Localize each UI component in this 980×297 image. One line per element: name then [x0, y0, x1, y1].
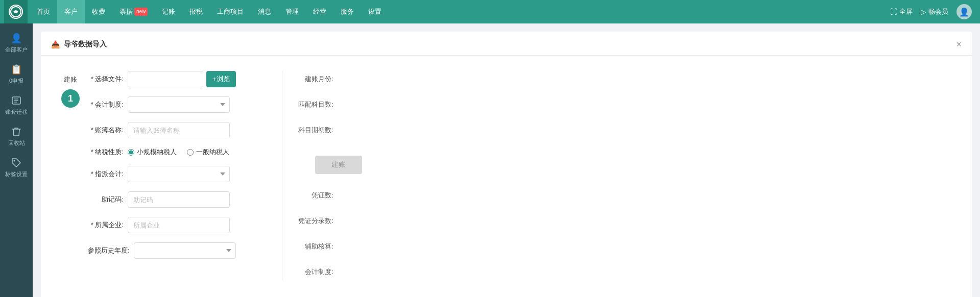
sidebar-item-all-customers[interactable]: 👤 全部客户 [0, 28, 33, 59]
assign-accountant-select[interactable] [128, 166, 230, 182]
recycle-icon [11, 126, 22, 137]
ledger-name-label: * 账簿名称: [88, 126, 124, 135]
form-fields-left: * 选择文件: +浏览 * 会计制度: [88, 71, 261, 259]
assign-accountant-label: * 指派会计: [88, 169, 124, 179]
memo-code-input[interactable] [128, 191, 230, 208]
sidebar-item-recycle[interactable]: 回收站 [0, 121, 33, 152]
reference-year-label: 参照历史年度: [88, 246, 130, 255]
content-area: 📥 导爷数据导入 × 建账 1 * 选择文 [33, 23, 980, 297]
dialog-title-icon: 📥 [51, 40, 60, 48]
reference-year-select[interactable] [134, 242, 236, 259]
declaration-icon: 📋 [11, 64, 22, 75]
nav-item-customer[interactable]: 客户 [57, 0, 85, 23]
form-body: 建账 1 * 选择文件: +浏览 [41, 56, 972, 295]
match-subjects-label: 匹配科目数: [293, 100, 333, 109]
tax-type-row: * 纳税性质: 小规模纳税人 一般纳税人 [88, 147, 261, 157]
dialog-header: 📥 导爷数据导入 × [41, 32, 972, 56]
select-file-row: * 选择文件: +浏览 [88, 71, 261, 87]
tax-type-general-input[interactable] [187, 149, 194, 156]
sidebar: 👤 全部客户 📋 0申报 账套迁移 回 [0, 23, 33, 297]
assign-accountant-row: * 指派会计: [88, 166, 261, 182]
initial-subjects-label: 科目期初数: [293, 126, 333, 135]
nav-item-ledger[interactable]: 记账 [155, 0, 182, 23]
step-badge: 1 [61, 89, 80, 108]
accounting-system-row: * 会计制度: [88, 96, 261, 113]
accounting-system-select[interactable] [128, 96, 230, 113]
match-subjects-row: 匹配科目数: [293, 96, 384, 113]
nav-item-charge[interactable]: 收费 [85, 0, 112, 23]
fullscreen-button[interactable]: ⛶ 全屏 [890, 7, 913, 16]
nav-right-actions: ⛶ 全屏 ▷ 畅会员 👤 [890, 4, 980, 19]
memo-code-label: 助记码: [88, 195, 124, 204]
voucher-count-row: 凭证数: [293, 187, 384, 204]
voucher-records-label: 凭证分录数: [293, 216, 333, 226]
auxiliary-row: 辅助核算: [293, 238, 384, 255]
accounting-system-label: * 会计制度: [88, 100, 124, 109]
voucher-count-label: 凭证数: [293, 191, 333, 200]
initial-subjects-row: 科目期初数: [293, 122, 384, 138]
ledger-name-row: * 账簿名称: [88, 122, 261, 138]
dialog-card: 📥 导爷数据导入 × 建账 1 * 选择文 [41, 32, 972, 297]
step-label: 建账 [64, 75, 77, 84]
file-text-input[interactable] [128, 71, 203, 87]
company-label: * 所属企业: [88, 220, 124, 230]
nav-item-operation[interactable]: 经营 [306, 0, 333, 23]
sidebar-item-account-migration[interactable]: 账套迁移 [0, 90, 33, 121]
logo-icon [9, 5, 23, 19]
avatar-icon: 👤 [959, 7, 969, 17]
build-month-label: 建账月份: [293, 75, 333, 84]
nav-item-message[interactable]: 消息 [251, 0, 278, 23]
build-month-row: 建账月份: [293, 71, 384, 87]
nav-items: 首页 客户 收费 票据 new 记账 报税 工商项目 消息 管理 经营 服务 设… [30, 0, 890, 23]
fullscreen-icon: ⛶ [890, 8, 897, 16]
nav-item-tax[interactable]: 报税 [182, 0, 210, 23]
file-input-group: +浏览 [128, 71, 236, 87]
assign-accountant-select-wrapper [128, 166, 230, 182]
top-navigation: 首页 客户 收费 票据 new 记账 报税 工商项目 消息 管理 经营 服务 设… [0, 0, 980, 23]
sidebar-item-tag-settings[interactable]: 标签设置 [0, 152, 33, 183]
close-button[interactable]: × [956, 40, 962, 49]
company-input[interactable] [128, 217, 230, 233]
invoice-badge: new [134, 8, 148, 16]
form-right-panel: 建账月份: 匹配科目数: 科目期初数: 建账 [282, 71, 384, 280]
tax-type-small-input[interactable] [128, 149, 134, 156]
nav-item-home[interactable]: 首页 [30, 0, 57, 23]
sidebar-item-declaration[interactable]: 📋 0申报 [0, 59, 33, 90]
right-accounting-system-label: 会计制度: [293, 267, 333, 277]
tax-type-label: * 纳税性质: [88, 147, 124, 157]
tag-settings-icon [11, 157, 22, 168]
vip-button[interactable]: ▷ 畅会员 [921, 7, 948, 16]
nav-item-settings[interactable]: 设置 [361, 0, 389, 23]
right-accounting-system-row: 会计制度: [293, 264, 384, 280]
tax-type-general-radio[interactable]: 一般纳税人 [187, 147, 229, 157]
nav-item-manage[interactable]: 管理 [278, 0, 306, 23]
nav-item-business[interactable]: 工商项目 [210, 0, 251, 23]
ledger-name-input[interactable] [128, 122, 230, 138]
reference-year-row: 参照历史年度: [88, 242, 261, 259]
tax-type-small-radio[interactable]: 小规模纳税人 [128, 147, 177, 157]
browse-button[interactable]: +浏览 [206, 71, 236, 87]
svg-point-5 [14, 160, 15, 162]
tax-type-radio-group: 小规模纳税人 一般纳税人 [128, 147, 229, 157]
build-account-button[interactable]: 建账 [315, 156, 362, 174]
company-row: * 所属企业: [88, 217, 261, 233]
user-avatar[interactable]: 👤 [957, 4, 972, 19]
nav-item-service[interactable]: 服务 [333, 0, 361, 23]
vip-icon: ▷ [921, 8, 926, 16]
account-migration-icon [11, 95, 22, 106]
dialog-title: 📥 导爷数据导入 [51, 40, 107, 49]
auxiliary-label: 辅助核算: [293, 242, 333, 251]
all-customers-icon: 👤 [11, 33, 22, 44]
reference-year-select-wrapper [134, 242, 236, 259]
nav-item-invoice[interactable]: 票据 new [112, 0, 155, 23]
voucher-records-row: 凭证分录数: [293, 213, 384, 229]
memo-code-row: 助记码: [88, 191, 261, 208]
accounting-system-select-wrapper [128, 96, 230, 113]
app-logo [4, 0, 28, 23]
main-layout: 👤 全部客户 📋 0申报 账套迁移 回 [0, 23, 980, 297]
select-file-label: * 选择文件: [88, 75, 124, 84]
